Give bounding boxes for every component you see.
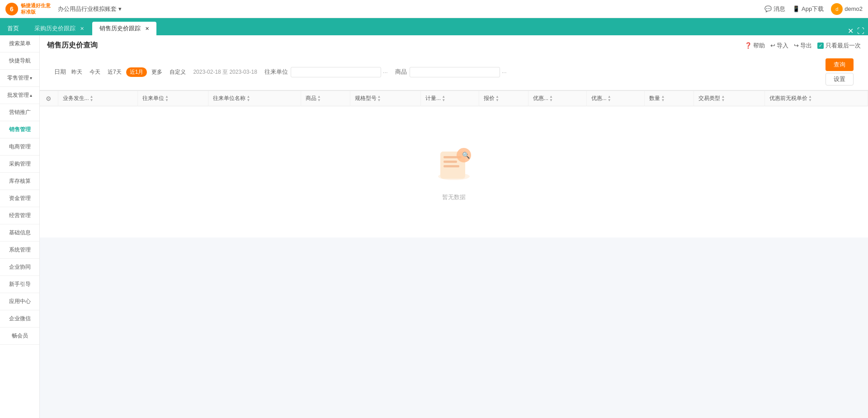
chevron-down-icon: ▾ <box>118 5 122 12</box>
message-button[interactable]: 💬 消息 <box>764 5 785 13</box>
svg-rect-4 <box>443 165 459 167</box>
empty-icon: 🔍 <box>431 142 476 188</box>
top-bar-left: 6 畅捷通好生意 标准版 办公用品行业模拟账套 ▾ <box>5 3 125 15</box>
app-download-button[interactable]: 📱 App下载 <box>793 5 824 13</box>
sidebar-item-sales[interactable]: 销售管理 <box>0 121 39 138</box>
sidebar-item-quicknav[interactable]: 快捷导航 <box>0 52 39 70</box>
product-dots[interactable]: ··· <box>502 69 507 76</box>
col-trade-type: 交易类型 ▲▼ <box>694 91 765 106</box>
sort-arrows: ▲▼ <box>317 95 321 102</box>
sidebar-item-apps[interactable]: 应用中心 <box>0 293 39 310</box>
app-selector[interactable]: 办公用品行业模拟账套 ▾ <box>54 5 125 13</box>
settings-button[interactable]: 设置 <box>826 73 854 86</box>
logo-area: 6 畅捷通好生意 标准版 <box>5 3 51 15</box>
date-label: 日期 <box>54 68 66 76</box>
sidebar-item-enterprise[interactable]: 企业协同 <box>0 259 39 276</box>
chevron-down-icon: ▾ <box>30 76 32 81</box>
tab-home[interactable]: 首页 <box>0 22 26 35</box>
table-scroll-area: ⚙ 业务发生... ▲▼ 往来单位 <box>40 90 868 418</box>
sidebar-item-wholesale[interactable]: 批发管理 ▴ <box>0 87 39 104</box>
date-btn-yesterday[interactable]: 昨天 <box>69 67 85 77</box>
close-all-tabs-button[interactable]: ✕ <box>848 27 854 35</box>
sort-arrows: ▲▼ <box>608 95 611 102</box>
tab-close-purchase[interactable]: ✕ <box>80 26 84 32</box>
sidebar-item-ecommerce[interactable]: 电商管理 <box>0 138 39 156</box>
partner-dots[interactable]: ··· <box>383 69 388 76</box>
user-menu[interactable]: d demo2 <box>831 3 863 15</box>
sidebar-item-label: 快捷导航 <box>9 57 31 64</box>
sort-arrows: ▲▼ <box>377 95 381 102</box>
checkbox-icon: ✓ <box>817 43 824 49</box>
sidebar-item-operations[interactable]: 经营管理 <box>0 207 39 224</box>
maximize-button[interactable]: ⛶ <box>857 27 864 35</box>
export-button[interactable]: ↪ 导出 <box>794 42 812 50</box>
sidebar-item-finance[interactable]: 资金管理 <box>0 190 39 207</box>
tab-purchase-history[interactable]: 采购历史价跟踪 ✕ <box>27 22 91 35</box>
table-header-row: ⚙ 业务发生... ▲▼ 往来单位 <box>40 91 868 106</box>
help-button[interactable]: ❓ 帮助 <box>745 42 765 50</box>
product-label: 商品 <box>395 68 407 76</box>
date-range: 2023-02-18 至 2023-03-18 <box>193 68 257 76</box>
col-product: 商品 ▲▼ <box>301 91 350 106</box>
sort-arrows: ▲▼ <box>246 95 250 102</box>
product-input-wrapper: ··· <box>410 67 507 77</box>
col-discount1: 优惠... ▲▼ <box>528 91 586 106</box>
sidebar-item-basic[interactable]: 基础信息 <box>0 224 39 242</box>
partner-filter-group: 往来单位 ··· <box>264 67 388 77</box>
tab-bar: 首页 采购历史价跟踪 ✕ 销售历史价跟踪 ✕ ✕ ⛶ <box>0 18 868 35</box>
date-btn-7days[interactable]: 近7天 <box>105 67 124 77</box>
col-pre-tax-price: 优惠前无税单价 ▲▼ <box>764 91 868 106</box>
sidebar-item-inventory[interactable]: 库存核算 <box>0 173 39 190</box>
only-last-checkbox[interactable]: ✓ 只看最后一次 <box>817 42 861 50</box>
sort-arrows: ▲▼ <box>495 95 499 102</box>
empty-illustration: 🔍 <box>431 142 476 188</box>
settings-icon[interactable]: ⚙ <box>46 95 52 102</box>
logo-text: 畅捷通好生意 标准版 <box>21 3 51 14</box>
col-discount2: 优惠... ▲▼ <box>586 91 645 106</box>
top-bar-right: 💬 消息 📱 App下载 d demo2 <box>764 3 863 15</box>
sort-arrows: ▲▼ <box>661 95 665 102</box>
sidebar-item-retail[interactable]: 零售管理 ▾ <box>0 70 39 87</box>
svg-text:🔍: 🔍 <box>462 152 470 159</box>
avatar: d <box>831 3 843 15</box>
partner-input-wrapper: ··· <box>291 67 388 77</box>
page-header: 销售历史价查询 ❓ 帮助 ↩ 导入 ↪ 导出 ✓ <box>40 35 868 90</box>
product-input[interactable] <box>410 67 500 77</box>
data-table: ⚙ 业务发生... ▲▼ 往来单位 <box>40 91 868 106</box>
import-icon: ↩ <box>770 42 775 49</box>
date-btn-more[interactable]: 更多 <box>149 67 165 77</box>
page-title-row: 销售历史价查询 ❓ 帮助 ↩ 导入 ↪ 导出 ✓ <box>47 41 861 50</box>
top-bar: 6 畅捷通好生意 标准版 办公用品行业模拟账套 ▾ 💬 消息 📱 App下载 d… <box>0 0 868 18</box>
tab-bar-actions: ✕ ⛶ <box>848 27 868 35</box>
page-title: 销售历史价查询 <box>47 41 98 50</box>
query-button[interactable]: 查询 <box>826 58 854 71</box>
chevron-up-icon: ▴ <box>30 93 32 98</box>
sidebar-item-member[interactable]: 畅会员 <box>0 328 39 345</box>
sidebar-item-guide[interactable]: 新手引导 <box>0 276 39 293</box>
filter-bar: 日期 昨天 今天 近7天 近1月 更多 自定义 2023-02-18 至 202… <box>47 55 861 90</box>
col-quantity: 数量 ▲▼ <box>645 91 694 106</box>
import-button[interactable]: ↩ 导入 <box>770 42 788 50</box>
col-partner: 往来单位 ▲▼ <box>137 91 208 106</box>
svg-rect-3 <box>443 161 457 163</box>
message-icon: 💬 <box>764 5 772 12</box>
sidebar-item-marketing[interactable]: 营销推广 <box>0 104 39 121</box>
date-btn-1month[interactable]: 近1月 <box>126 67 147 77</box>
logo-icon: 6 <box>5 3 18 15</box>
sidebar-item-search[interactable]: 搜索菜单 <box>0 35 39 52</box>
partner-input[interactable] <box>291 67 381 77</box>
tab-sales-history[interactable]: 销售历史价跟踪 ✕ <box>92 22 156 35</box>
empty-text: 暂无数据 <box>442 193 466 201</box>
page-actions: ❓ 帮助 ↩ 导入 ↪ 导出 ✓ 只看最后一次 <box>745 42 861 50</box>
tab-close-sales[interactable]: ✕ <box>145 26 149 32</box>
sidebar-item-wechat[interactable]: 企业微信 <box>0 310 39 328</box>
product-filter-group: 商品 ··· <box>395 67 507 77</box>
sidebar-item-purchase[interactable]: 采购管理 <box>0 156 39 173</box>
col-settings: ⚙ <box>40 91 58 106</box>
help-icon: ❓ <box>745 42 752 49</box>
filter-actions: 查询 设置 <box>826 58 854 86</box>
date-btn-today[interactable]: 今天 <box>87 67 103 77</box>
sidebar-item-system[interactable]: 系统管理 <box>0 242 39 259</box>
main-area: 搜索菜单 快捷导航 零售管理 ▾ 批发管理 ▴ 营销推广 销售管理 电商管理 采 <box>0 35 868 418</box>
date-btn-custom[interactable]: 自定义 <box>167 67 189 77</box>
